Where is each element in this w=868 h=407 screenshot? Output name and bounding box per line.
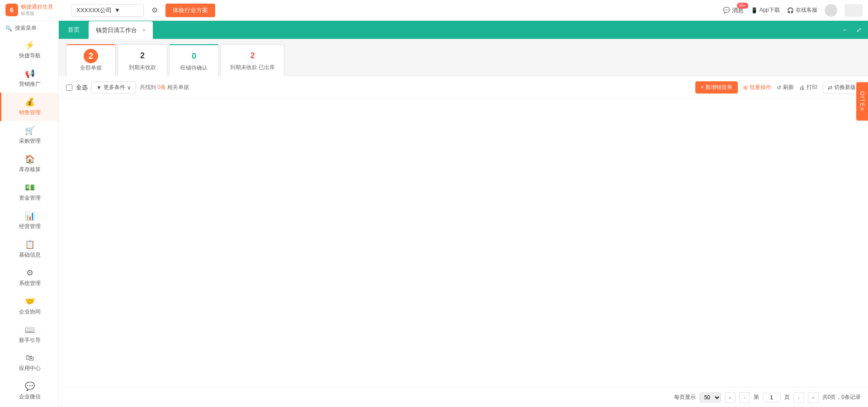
sidebar-item-guide[interactable]: 📖 新手引导: [0, 320, 58, 349]
status-tab-overdue[interactable]: 2 到期未收款: [118, 44, 167, 76]
download-icon: 📱: [751, 7, 758, 14]
header-right: 💬 消息 99+ 📱 App下载 🎧 在线客服: [723, 4, 863, 17]
company-selector[interactable]: XXXXXX公司 ▼: [71, 4, 144, 17]
sidebar-label-inventory: 库存核算: [19, 166, 41, 173]
sidebar-item-finance[interactable]: 💵 资金管理: [0, 178, 58, 206]
tab-home[interactable]: 首页: [59, 21, 89, 39]
refresh-icon: ↺: [777, 84, 781, 91]
out-label: 到期未收款 已出库: [230, 64, 275, 71]
sidebar: 🔍 搜索菜单 ⚡ 快捷导航 📢 营销推广 💰 销售管理 🛒 采购管理 🏠 库存核…: [0, 21, 59, 407]
total-records: 共0页，0条记录: [822, 393, 861, 401]
status-tabs: 2 全部单据 2 到期未收款 0 旺铺待确认 2 到期未收款 已出库: [59, 39, 868, 76]
sidebar-label-operations: 经营管理: [19, 223, 41, 230]
sidebar-item-purchase[interactable]: 🛒 采购管理: [0, 121, 58, 150]
prev-page-btn[interactable]: ‹: [739, 392, 750, 403]
sidebar-item-operations[interactable]: 📊 经营管理: [0, 206, 58, 235]
sidebar-label-apps: 应用中心: [19, 365, 41, 372]
wechat-icon: 💬: [25, 381, 35, 391]
trial-button[interactable]: 体验行业方案: [165, 4, 215, 17]
download-label: App下载: [760, 6, 780, 14]
finance-icon: 💵: [25, 182, 35, 192]
page-number-input[interactable]: [763, 393, 781, 402]
top-header: 6 畅捷通好生意 标准版 XXXXXX公司 ▼ ⚙ 体验行业方案 💬 消息 99…: [0, 0, 868, 21]
apps-icon: 🛍: [26, 353, 34, 363]
refresh-btn[interactable]: ↺ 刷新: [777, 84, 794, 91]
sidebar-item-enterprise[interactable]: 🤝 企业协同: [0, 292, 58, 320]
tab-active[interactable]: 钱货日清工作台 ×: [89, 21, 153, 39]
print-icon: 🖨: [799, 84, 805, 91]
found-text: 共找到 0条 相关单据: [140, 84, 189, 91]
guide-icon: 📖: [25, 325, 35, 335]
sidebar-label-basic-info: 基础信息: [19, 251, 41, 259]
sidebar-search[interactable]: 🔍 搜索菜单: [0, 21, 58, 36]
sidebar-item-basic-info[interactable]: 📋 基础信息: [0, 235, 58, 263]
enterprise-icon: 🤝: [25, 296, 35, 306]
all-label: 全部单据: [80, 64, 102, 72]
batch-icon: ⊞: [743, 84, 748, 91]
main-layout: 🔍 搜索菜单 ⚡ 快捷导航 📢 营销推广 💰 销售管理 🛒 采购管理 🏠 库存核…: [0, 21, 868, 407]
search-icon: 🔍: [5, 25, 12, 32]
filter-label: 更多条件: [104, 84, 125, 91]
sidebar-item-marketing[interactable]: 📢 营销推广: [0, 64, 58, 93]
first-page-btn[interactable]: «: [725, 392, 736, 403]
print-btn[interactable]: 🖨 打印: [799, 84, 817, 91]
sidebar-item-sales[interactable]: 💰 销售管理: [0, 93, 58, 121]
select-all-checkbox[interactable]: [66, 84, 72, 91]
sidebar-label-wechat: 企业微信: [19, 393, 41, 401]
batch-operation-btn[interactable]: ⊞ 批量操作: [743, 84, 771, 91]
purchase-icon: 🛒: [25, 126, 35, 136]
sidebar-label-enterprise: 企业协同: [19, 308, 41, 316]
wangpu-count: 0: [187, 49, 201, 63]
often-label[interactable]: OfTEn: [856, 82, 868, 121]
user-name-area[interactable]: [844, 4, 863, 17]
inner-content: 2 全部单据 2 到期未收款 0 旺铺待确认 2 到期未收款 已出库: [59, 39, 868, 407]
status-tab-wangpu[interactable]: 0 旺铺待确认: [169, 44, 219, 76]
sidebar-item-inventory[interactable]: 🏠 库存核算: [0, 150, 58, 178]
sidebar-label-sales: 销售管理: [19, 109, 41, 117]
found-prefix: 共找到: [140, 84, 156, 90]
table-area: [59, 99, 868, 387]
marketing-icon: 📢: [25, 69, 35, 79]
tab-close-btn[interactable]: ×: [142, 27, 146, 33]
user-avatar[interactable]: [825, 4, 837, 17]
filter-button[interactable]: ▼ 更多条件 ∨: [91, 81, 136, 94]
online-service-btn[interactable]: 🎧 在线客服: [787, 6, 817, 14]
switch-version-btn[interactable]: ⇄ 切换新版: [823, 81, 861, 94]
switch-label: 切换新版: [834, 84, 856, 91]
logo-area: 6 畅捷通好生意 标准版: [5, 4, 64, 16]
settings-icon[interactable]: ⚙: [148, 4, 161, 17]
tab-bar: 首页 钱货日清工作台 × − ⤢: [59, 21, 868, 39]
print-label: 打印: [807, 84, 817, 91]
toolbar-right: + 新增销货单 ⊞ 批量操作 ↺ 刷新 🖨 打印 ⇄: [695, 81, 861, 94]
new-order-button[interactable]: + 新增销货单: [695, 81, 738, 94]
per-page-select[interactable]: 50: [699, 393, 721, 402]
found-suffix: 相关单据: [167, 84, 189, 90]
header-center: XXXXXX公司 ▼ ⚙ 体验行业方案: [64, 4, 723, 17]
sidebar-item-member[interactable]: 👑 畅会员: [0, 405, 58, 407]
select-all-label: 全选: [76, 84, 88, 92]
switch-icon: ⇄: [828, 84, 832, 91]
message-badge: 99+: [737, 3, 748, 9]
app-download-btn[interactable]: 📱 App下载: [751, 6, 780, 14]
app-subtitle: 标准版: [21, 10, 53, 17]
tab-minimize-btn[interactable]: −: [839, 24, 850, 35]
sidebar-item-system[interactable]: ⚙ 系统管理: [0, 263, 58, 292]
message-area[interactable]: 💬 消息 99+: [723, 6, 744, 14]
page-prefix: 第: [754, 393, 759, 401]
sidebar-label-guide: 新手引导: [19, 337, 41, 344]
company-name: XXXXXX公司: [76, 6, 112, 14]
sidebar-item-wechat[interactable]: 💬 企业微信: [0, 377, 58, 405]
status-tab-all[interactable]: 2 全部单据: [66, 44, 116, 76]
sidebar-item-shortcuts[interactable]: ⚡ 快捷导航: [0, 36, 58, 64]
status-tab-out[interactable]: 2 到期未收款 已出库: [221, 44, 284, 76]
next-page-btn[interactable]: ›: [793, 392, 804, 403]
toolbar-left: 全选 ▼ 更多条件 ∨ 共找到 0条 相关单据: [66, 81, 692, 94]
last-page-btn[interactable]: »: [808, 392, 819, 403]
inventory-icon: 🏠: [25, 154, 35, 164]
logo-icon: 6: [5, 4, 18, 16]
page-suffix: 页: [784, 393, 790, 401]
search-label: 搜索菜单: [15, 24, 37, 32]
sidebar-item-apps[interactable]: 🛍 应用中心: [0, 349, 58, 377]
tab-maximize-btn[interactable]: ⤢: [854, 24, 864, 35]
all-count: 2: [84, 49, 98, 63]
